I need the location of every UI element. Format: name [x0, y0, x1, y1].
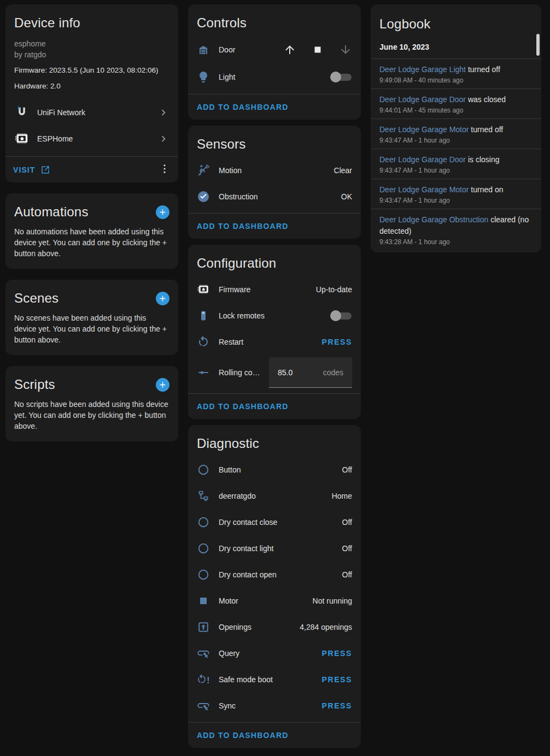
- dry-contact-open-row[interactable]: Dry contact openOff: [188, 562, 361, 588]
- logbook-entry: Deer Lodge Garage Obstruction cleared (n…: [371, 209, 541, 250]
- card-title: Sensors: [188, 137, 361, 157]
- unifi-icon: [14, 105, 30, 120]
- device-info-title: Device info: [5, 15, 178, 31]
- firmware-row[interactable]: FirmwareUp-to-date: [188, 276, 361, 303]
- empty-message: No scripts have been added using this de…: [14, 399, 169, 432]
- logbook-message: Deer Lodge Garage Motor turned off: [379, 124, 533, 135]
- square-icon: [197, 594, 210, 607]
- safe-mode-boot-row[interactable]: Safe mode bootPRESS: [188, 666, 361, 693]
- logbook-timestamp: 9:43:47 AM - 1 hour ago: [379, 167, 533, 174]
- garage-icon: [197, 43, 210, 56]
- door-row[interactable]: Door: [188, 36, 361, 63]
- motion-sensor-icon: [197, 164, 210, 177]
- entity-link[interactable]: Deer Lodge Garage Door: [379, 155, 466, 164]
- logbook-message: Deer Lodge Garage Door was closed: [379, 94, 533, 105]
- row-value: OK: [341, 192, 352, 201]
- dry-contact-light-row[interactable]: Dry contact lightOff: [188, 535, 361, 562]
- empty-message: No automations have been added using thi…: [14, 226, 169, 259]
- logbook-scrollbar[interactable]: [536, 34, 540, 56]
- integration-item-unifi-network[interactable]: UniFi Network: [5, 99, 178, 126]
- query-row[interactable]: QueryPRESS: [188, 640, 361, 666]
- obstruction-row[interactable]: ObstructionOK: [188, 184, 361, 210]
- rolling-co-input[interactable]: 85.0codes: [269, 357, 352, 388]
- logbook-timestamp: 9:43:47 AM - 1 hour ago: [379, 197, 533, 204]
- add-to-dashboard-button[interactable]: ADD TO DASHBOARD: [188, 213, 361, 239]
- card-title: Scenes: [14, 291, 58, 306]
- add-scenes-button[interactable]: [156, 292, 169, 305]
- query-press-button[interactable]: PRESS: [322, 649, 352, 658]
- input-value: 85.0: [278, 368, 292, 377]
- cover-controls: [283, 43, 352, 56]
- add-automations-button[interactable]: [156, 205, 169, 219]
- row-label: Motor: [219, 596, 304, 605]
- lock-remotes-row[interactable]: Lock remotes: [188, 303, 361, 329]
- left-column: Device info esphome by ratgdo Firmware: …: [5, 4, 178, 452]
- row-label: Openings: [219, 623, 291, 631]
- entity-link[interactable]: Deer Lodge Garage Door: [379, 95, 466, 104]
- restart-press-button[interactable]: PRESS: [322, 338, 352, 346]
- open-door-button[interactable]: [283, 43, 296, 56]
- integration-list: UniFi NetworkESPHome: [5, 99, 178, 152]
- remote-icon: [197, 309, 210, 322]
- row-label: Button: [219, 465, 333, 474]
- logbook-date-header: June 10, 2023: [371, 36, 541, 59]
- empty-message: No scenes have been added using this dev…: [14, 312, 169, 345]
- motor-row[interactable]: MotorNot running: [188, 588, 361, 614]
- close-door-button[interactable]: [339, 43, 352, 56]
- safe-mode-boot-press-button[interactable]: PRESS: [322, 675, 352, 684]
- row-label: Lock remotes: [219, 311, 321, 320]
- row-label: deerratgdo: [219, 492, 323, 500]
- light-toggle[interactable]: [330, 72, 352, 82]
- row-label: Sync: [219, 701, 313, 710]
- sync-row[interactable]: SyncPRESS: [188, 693, 361, 719]
- right-column: Logbook June 10, 2023 Deer Lodge Garage …: [371, 4, 541, 263]
- entity-link[interactable]: Deer Lodge Garage Motor: [379, 185, 469, 194]
- entity-link[interactable]: Deer Lodge Garage Light: [379, 65, 466, 74]
- integration-label: UniFi Network: [37, 108, 150, 117]
- entity-link[interactable]: Deer Lodge Garage Motor: [379, 125, 469, 134]
- restart-alert-icon: [197, 673, 210, 686]
- visit-button[interactable]: VISIT: [13, 165, 50, 175]
- row-value: 4,284 openings: [300, 623, 352, 631]
- motion-row[interactable]: MotionClear: [188, 157, 361, 184]
- overflow-menu-button[interactable]: [159, 163, 171, 176]
- row-label: Restart: [219, 338, 313, 346]
- button-row[interactable]: ButtonOff: [188, 457, 361, 483]
- visit-label: VISIT: [13, 166, 36, 174]
- card-title: Scripts: [14, 377, 55, 392]
- integration-label: ESPHome: [37, 134, 150, 143]
- row-value: Off: [342, 518, 352, 527]
- row-label: Motion: [219, 166, 325, 175]
- device-info-footer: VISIT: [5, 156, 178, 182]
- row-label: Dry contact close: [219, 518, 333, 527]
- dry-contact-close-row[interactable]: Dry contact closeOff: [188, 509, 361, 535]
- openings-row[interactable]: Openings4,284 openings: [188, 614, 361, 640]
- integration-item-esphome[interactable]: ESPHome: [5, 126, 178, 152]
- entity-link[interactable]: Deer Lodge Garage Obstruction: [379, 215, 488, 224]
- add-to-dashboard-button[interactable]: ADD TO DASHBOARD: [188, 722, 361, 748]
- device-subtitle: esphome by ratgdo: [14, 38, 169, 60]
- controls-card: ControlsDoorLightADD TO DASHBOARD: [188, 4, 361, 120]
- add-scripts-button[interactable]: [156, 378, 169, 392]
- dots-vertical-icon: [159, 163, 171, 175]
- row-value: Clear: [334, 166, 352, 175]
- deerratgdo-row[interactable]: deerratgdoHome: [188, 483, 361, 509]
- restart-row[interactable]: RestartPRESS: [188, 329, 361, 355]
- tap-button-icon: [197, 699, 210, 712]
- light-row[interactable]: Light: [188, 63, 361, 91]
- sync-press-button[interactable]: PRESS: [322, 701, 352, 710]
- card-title: Controls: [188, 15, 361, 36]
- rolling-co-row[interactable]: Rolling co…85.0codes: [188, 355, 361, 390]
- row-label: Dry contact light: [219, 544, 333, 553]
- logbook-timestamp: 9:43:47 AM - 1 hour ago: [379, 137, 533, 144]
- logbook-entry: Deer Lodge Garage Light turned off9:49:0…: [371, 59, 541, 89]
- automations-card: AutomationsNo automations have been adde…: [5, 193, 178, 269]
- row-label: Safe mode boot: [219, 675, 313, 684]
- stop-door-button[interactable]: [311, 43, 324, 56]
- add-to-dashboard-button[interactable]: ADD TO DASHBOARD: [188, 94, 361, 120]
- add-to-dashboard-button[interactable]: ADD TO DASHBOARD: [188, 393, 361, 419]
- lock-remotes-toggle[interactable]: [330, 310, 352, 321]
- row-label: Door: [219, 45, 274, 54]
- chevron-right-icon: [157, 133, 169, 145]
- esphome-icon: [14, 131, 30, 146]
